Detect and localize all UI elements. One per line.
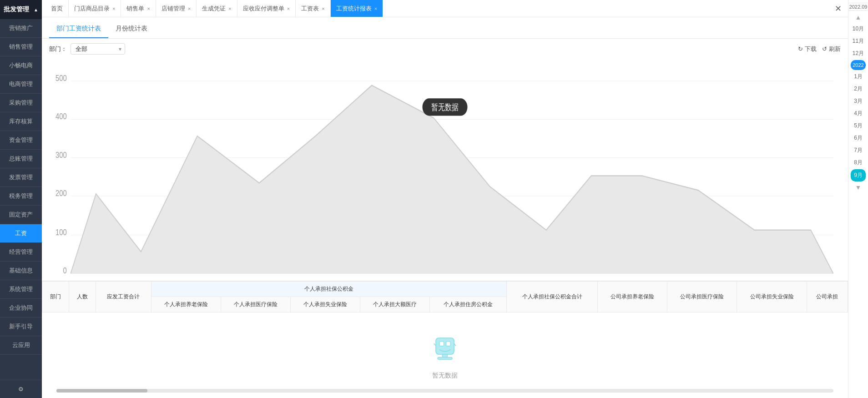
sidebar-title: 批发管理: [4, 5, 29, 14]
refresh-label: 刷新: [829, 45, 841, 53]
tab-应收应付调整单[interactable]: 应收应付调整单×: [237, 0, 296, 17]
timeline-month-item[interactable]: 8月: [849, 156, 867, 169]
tab-店铺管理[interactable]: 店铺管理×: [156, 0, 197, 17]
sidebar-item-营销推广[interactable]: 营销推广: [0, 19, 42, 38]
col-personal-group: 个人承担社保公积金: [151, 282, 506, 297]
sidebar-item-库存核算[interactable]: 库存核算: [0, 112, 42, 131]
data-table: 部门 人数 应发工资合计 个人承担社保公积金 个人承担社保公积金合计 公司承担养…: [42, 281, 848, 312]
sidebar-item-基础信息[interactable]: 基础信息: [0, 262, 42, 280]
tab-bar: 首页门店商品目录×销售单×店铺管理×生成凭证×应收应付调整单×工资表×工资统计报…: [42, 0, 848, 17]
svg-text:300: 300: [56, 150, 67, 160]
sidebar-item-新手引导[interactable]: 新手引导: [0, 317, 42, 336]
toolbar-left: 部门： 全部: [49, 43, 125, 55]
chart-svg: 0 100 200 300 400 500 暂无数据: [51, 64, 839, 281]
sidebar-item-采购管理[interactable]: 采购管理: [0, 94, 42, 112]
tab-工资表[interactable]: 工资表×: [296, 0, 330, 17]
sub-tab-月份统计表[interactable]: 月份统计表: [108, 22, 155, 38]
empty-state: 暂无数据: [42, 312, 848, 385]
download-button[interactable]: ↻ 下载: [798, 45, 817, 53]
timeline-year-item[interactable]: 2022: [851, 60, 865, 70]
col-personal-large-medical: 个人承担大额医疗: [360, 297, 429, 312]
svg-text:100: 100: [56, 227, 67, 237]
timeline-down-arrow[interactable]: ▼: [853, 182, 863, 193]
tab-首页[interactable]: 首页: [45, 0, 69, 17]
col-company-medical: 公司承担医疗保险: [667, 282, 737, 312]
dept-select-wrapper[interactable]: 全部: [71, 43, 125, 55]
sidebar-item-发票管理[interactable]: 发票管理: [0, 168, 42, 187]
col-personal-unemploy: 个人承担失业保险: [290, 297, 360, 312]
horizontal-scrollbar[interactable]: [56, 389, 833, 393]
sidebar-item-销售管理[interactable]: 销售管理: [0, 38, 42, 56]
sub-tab-部门工资统计表[interactable]: 部门工资统计表: [49, 22, 108, 38]
svg-rect-17: [446, 342, 450, 346]
sidebar-settings[interactable]: ⚙: [0, 380, 42, 398]
sidebar-item-工资[interactable]: 工资: [0, 224, 42, 243]
sidebar-item-总账管理[interactable]: 总账管理: [0, 150, 42, 168]
chart-area: 0 100 200 300 400 500 暂无数据: [42, 59, 848, 281]
sidebar: 批发管理 ▲ 营销推广销售管理小畅电商电商管理采购管理库存核算资金管理总账管理发…: [0, 0, 42, 398]
scrollbar-thumb[interactable]: [56, 389, 147, 393]
tab-门店商品目录[interactable]: 门店商品目录×: [69, 0, 121, 17]
col-personal-housing: 个人承担住房公积金: [430, 297, 507, 312]
table-container: 部门 人数 应发工资合计 个人承担社保公积金 个人承担社保公积金合计 公司承担养…: [42, 281, 848, 385]
tab-close-icon[interactable]: ×: [112, 6, 115, 11]
svg-rect-16: [439, 342, 444, 346]
tab-销售单[interactable]: 销售单×: [121, 0, 156, 17]
sidebar-item-税务管理[interactable]: 税务管理: [0, 187, 42, 206]
sub-tabs: 部门工资统计表月份统计表: [42, 17, 848, 39]
timeline-month-item[interactable]: 10月: [849, 23, 867, 35]
sidebar-arrow-icon: ▲: [34, 7, 38, 12]
sidebar-item-电商管理[interactable]: 电商管理: [0, 75, 42, 94]
sidebar-item-固定资产[interactable]: 固定资产: [0, 206, 42, 224]
download-label: 下载: [805, 45, 817, 53]
tab-close-icon[interactable]: ×: [147, 6, 150, 11]
tab-工资统计报表[interactable]: 工资统计报表×: [331, 0, 383, 17]
tab-生成凭证[interactable]: 生成凭证×: [197, 0, 237, 17]
col-company-pension: 公司承担养老保险: [598, 282, 667, 312]
col-count: 人数: [69, 282, 96, 312]
sidebar-header[interactable]: 批发管理 ▲: [0, 0, 42, 19]
settings-icon: ⚙: [18, 386, 24, 393]
sidebar-item-云应用[interactable]: 云应用: [0, 336, 42, 355]
timeline-up-arrow[interactable]: ▲: [853, 12, 863, 23]
sidebar-item-资金管理[interactable]: 资金管理: [0, 131, 42, 150]
refresh-button[interactable]: ↺ 刷新: [822, 45, 841, 53]
close-all-icon[interactable]: ✕: [835, 4, 842, 14]
timeline-month-item[interactable]: 5月: [849, 120, 867, 132]
timeline-month-item[interactable]: 7月: [849, 144, 867, 156]
timeline-month-item[interactable]: 3月: [849, 95, 867, 107]
download-icon: ↻: [798, 45, 803, 52]
timeline-month-item[interactable]: 1月: [849, 71, 867, 83]
scrollbar-container[interactable]: [42, 385, 848, 398]
tab-close-icon[interactable]: ×: [228, 6, 231, 11]
dept-label: 部门：: [49, 45, 67, 53]
tab-close-icon[interactable]: ×: [188, 6, 191, 11]
dept-select[interactable]: 全部: [71, 43, 125, 55]
timeline-month-item[interactable]: 6月: [849, 132, 867, 144]
timeline-month-item[interactable]: 12月: [849, 47, 867, 60]
tab-close-icon[interactable]: ×: [374, 6, 377, 11]
tab-close-icon[interactable]: ×: [287, 6, 290, 11]
sidebar-item-系统管理[interactable]: 系统管理: [0, 280, 42, 299]
col-company-other: 公司承担: [807, 282, 848, 312]
col-personal-total: 个人承担社保公积金合计: [506, 282, 597, 312]
svg-text:200: 200: [56, 188, 67, 198]
svg-text:500: 500: [56, 73, 67, 83]
year-badge: 2022.09: [848, 3, 868, 11]
tab-close-icon[interactable]: ×: [322, 6, 324, 11]
timeline-sidebar: 2022.09 ▲ 10月11月12月20221月2月3月4月5月6月7月8月9…: [848, 0, 868, 398]
timeline-month-active[interactable]: 9月: [851, 169, 865, 181]
timeline-month-item[interactable]: 2月: [849, 83, 867, 95]
svg-rect-18: [442, 354, 447, 357]
tab-bar-close[interactable]: ✕: [832, 4, 844, 14]
sidebar-item-小畅电商[interactable]: 小畅电商: [0, 56, 42, 75]
sidebar-item-经营管理[interactable]: 经营管理: [0, 243, 42, 262]
timeline-month-item[interactable]: 4月: [849, 107, 867, 120]
col-personal-pension: 个人承担养老保险: [151, 297, 221, 312]
timeline-month-item[interactable]: 11月: [849, 35, 867, 47]
main-area: 首页门店商品目录×销售单×店铺管理×生成凭证×应收应付调整单×工资表×工资统计报…: [42, 0, 848, 398]
sidebar-item-企业协同[interactable]: 企业协同: [0, 299, 42, 317]
col-salary: 应发工资合计: [96, 282, 151, 312]
empty-text: 暂无数据: [432, 372, 458, 380]
col-personal-medical: 个人承担医疗保险: [221, 297, 290, 312]
